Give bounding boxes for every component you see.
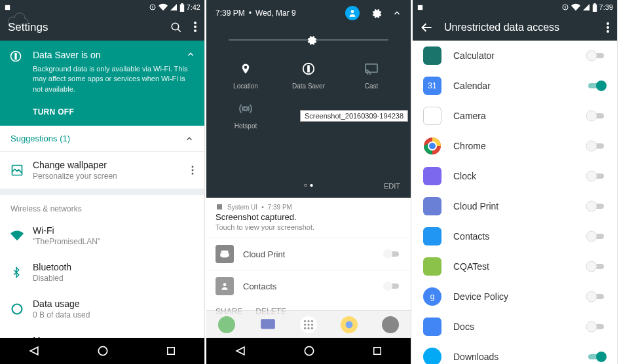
app-toggle[interactable] [586,261,607,272]
app-row[interactable]: Camera [413,101,617,131]
back-arrow-icon[interactable] [421,21,434,34]
svg-point-17 [98,346,107,355]
brightness-slider[interactable] [229,31,388,48]
app-row[interactable]: gDevice Policy [413,282,617,312]
svg-rect-27 [222,255,227,257]
system-ui-icon [216,203,223,211]
messages-icon[interactable] [259,316,276,333]
app-toggle[interactable] [586,291,607,302]
app-row[interactable]: Contacts [413,221,617,251]
app-toggle[interactable] [586,170,607,182]
app-row[interactable]: Clock [413,161,617,191]
chrome-icon[interactable] [341,316,358,333]
bluetooth-icon [10,266,33,279]
tile-data-saver[interactable]: Data Saver [278,55,339,92]
svg-point-10 [192,166,194,168]
apps-icon[interactable] [300,316,317,333]
back-button[interactable] [234,344,247,357]
app-icon: 31 [423,77,441,95]
data-usage-row[interactable]: Data usage0 B of data used [0,291,204,327]
tile-location[interactable]: Location [216,55,276,92]
svg-point-37 [307,319,309,321]
app-label: Cloud Print [453,201,586,211]
app-row[interactable]: 31Calendar [413,71,617,101]
home-button[interactable] [303,344,316,357]
location-icon [216,60,276,77]
overflow-icon[interactable] [607,22,609,33]
svg-point-44 [311,327,313,329]
app-row[interactable]: Calculator [413,41,617,71]
overflow-icon[interactable] [191,166,194,175]
svg-point-42 [304,327,306,329]
battery-icon [592,3,597,12]
data-saver-banner[interactable]: Data Saver is on Background data is only… [0,41,204,126]
app-row[interactable]: Chrome [413,131,617,161]
cloud-icon [5,11,30,28]
bluetooth-row[interactable]: BluetoothDisabled [0,254,204,291]
svg-rect-21 [308,65,309,71]
svg-rect-22 [366,64,377,73]
svg-point-54 [607,26,609,29]
app-label: Contacts [453,231,586,242]
svg-point-46 [346,321,353,328]
suggestions-header[interactable]: Suggestions (1) [0,126,204,151]
share-contacts[interactable]: Contacts [206,270,411,302]
app-label: Downloads [453,352,586,362]
turn-off-button[interactable]: TURN OFF [33,107,194,117]
edit-button[interactable]: EDIT [384,182,400,190]
app-toggle[interactable] [586,351,607,363]
svg-point-77 [586,291,597,302]
status-bar: 7:39 [413,0,617,14]
notification-card[interactable]: System UI • 7:39 PM Screenshot captured.… [206,198,411,321]
tile-hotspot[interactable]: Hotspot [216,95,276,132]
toggle-off[interactable] [382,249,402,259]
app-label: CQATest [453,261,586,272]
app-label: Calculator [453,50,586,61]
app-row[interactable]: Downloads [413,342,617,364]
chevron-up-icon[interactable] [186,50,195,59]
quick-settings-panel: 7:39 PM • Wed, Mar 9 Location Data Saver [206,0,411,198]
app-toggle[interactable] [586,230,607,242]
toggle-off[interactable] [382,281,402,291]
contacts-icon [216,277,234,295]
recents-button[interactable] [371,345,383,357]
app-toggle[interactable] [586,50,607,62]
app-icon [423,107,441,125]
home-button[interactable] [96,344,109,357]
svg-rect-50 [418,5,422,9]
app-icon: g [423,287,441,306]
wifi-row[interactable]: Wi-Fi"ThePromisedLAN" [0,217,204,254]
banner-body: Background data is only available via Wi… [33,64,194,94]
svg-point-38 [311,319,313,321]
svg-point-19 [351,10,354,13]
app-row[interactable]: Docs [413,312,617,342]
app-icon [423,257,441,276]
svg-rect-8 [15,54,16,59]
app-toggle[interactable] [586,200,607,212]
svg-point-4 [194,22,197,24]
app-toggle[interactable] [586,80,607,92]
svg-rect-18 [167,348,174,355]
app-row[interactable]: Cloud Print [413,191,617,221]
notification-icon [4,4,11,11]
chevron-up-icon[interactable] [392,9,402,18]
overflow-icon[interactable] [194,22,197,33]
svg-rect-49 [373,348,381,355]
app-toggle[interactable] [586,140,607,152]
tile-cast[interactable]: Cast [341,55,402,92]
camera-icon[interactable] [382,316,399,333]
svg-point-73 [586,231,597,242]
change-wallpaper-row[interactable]: Change wallpaper Personalize your screen [0,151,204,189]
phone-icon[interactable] [218,316,235,333]
share-cloud-print[interactable]: Cloud Print [206,238,411,270]
back-button[interactable] [28,344,41,357]
user-avatar[interactable] [345,6,360,20]
app-toggle[interactable] [586,321,607,333]
app-list[interactable]: Calculator31CalendarCameraChromeClockClo… [413,41,617,364]
app-row[interactable]: CQATest [413,251,617,282]
app-toggle[interactable] [586,110,607,122]
settings-icon[interactable] [370,7,382,19]
status-bar: 7:42 [0,0,204,14]
search-icon[interactable] [170,22,182,33]
recents-button[interactable] [165,345,177,357]
